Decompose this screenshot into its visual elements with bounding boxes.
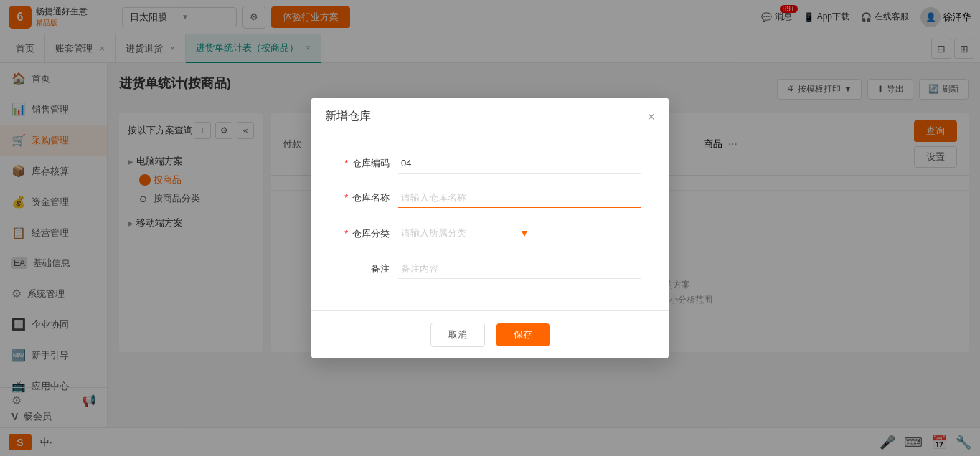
category-placeholder: 请输入所属分类 [401,227,519,239]
code-input[interactable] [398,153,641,174]
category-label: * 仓库分类 [339,227,390,240]
modal-body: * 仓库编码 * 仓库名称 * 仓库分类 请输入所属 [311,136,669,310]
modal-title: 新增仓库 [325,109,371,124]
modal-overlay[interactable]: 新增仓库 × * 仓库编码 * 仓库名称 [0,0,980,456]
modal-header: 新增仓库 × [311,98,669,136]
note-label: 备注 [339,262,390,275]
form-row-category: * 仓库分类 请输入所属分类 ▼ [339,222,641,244]
modal-footer: 取消 保存 [311,310,669,358]
category-select[interactable]: 请输入所属分类 ▼ [398,222,641,244]
note-input[interactable] [398,259,641,279]
name-label: * 仓库名称 [339,191,390,204]
save-button[interactable]: 保存 [496,323,550,346]
modal-close-button[interactable]: × [647,110,655,123]
category-chevron-icon: ▼ [519,227,638,239]
name-input[interactable] [398,188,641,208]
form-row-note: 备注 [339,259,641,279]
add-warehouse-modal: 新增仓库 × * 仓库编码 * 仓库名称 [311,98,669,358]
form-row-code: * 仓库编码 [339,153,641,174]
cancel-button[interactable]: 取消 [430,323,485,347]
code-label: * 仓库编码 [339,157,390,170]
form-row-name: * 仓库名称 [339,188,641,208]
